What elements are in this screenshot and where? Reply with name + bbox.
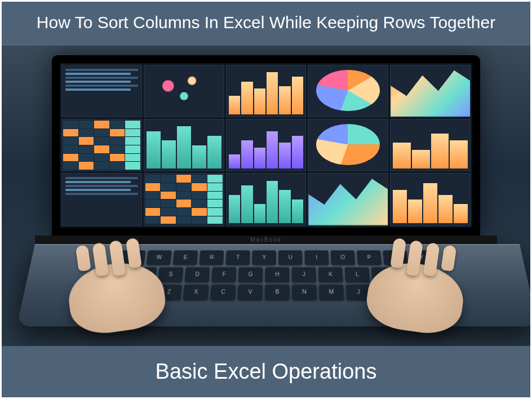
chart-panel <box>308 173 388 225</box>
tutorial-card: How To Sort Columns In Excel While Keepi… <box>0 0 532 399</box>
keyboard-key: W <box>147 250 172 264</box>
laptop-illustration: MacBook QWERTYUIOPWYASDFGHJKLWYZXCVBNMJW <box>35 55 497 326</box>
chart-panel <box>308 119 388 171</box>
keyboard-key: J <box>292 267 317 282</box>
page-title: How To Sort Columns In Excel While Keepi… <box>37 13 495 32</box>
keyboard-key: H <box>265 267 289 282</box>
title-banner: How To Sort Columns In Excel While Keepi… <box>0 0 532 46</box>
keyboard-key: D <box>184 267 210 282</box>
keyboard-key: F <box>211 267 236 282</box>
keyboard-key: R <box>199 250 224 264</box>
chart-panel <box>390 173 471 225</box>
keyboard-key: S <box>158 267 184 282</box>
keyboard-key: U <box>278 250 303 264</box>
keyboard-key: L <box>344 267 370 282</box>
chart-panel <box>226 173 307 225</box>
keyboard-key: N <box>292 284 317 300</box>
keyboard-key: Y <box>252 250 276 264</box>
keyboard-key: P <box>357 250 382 264</box>
laptop-screen-bezel <box>52 55 480 236</box>
keyboard-key: K <box>318 267 343 282</box>
chart-panel <box>226 119 307 171</box>
keyboard-key: I <box>304 250 329 264</box>
subtitle-banner: Basic Excel Operations <box>0 346 532 399</box>
chart-panel <box>144 65 224 117</box>
chart-panel <box>308 65 388 117</box>
laptop-brand-label: MacBook <box>35 236 497 244</box>
chart-panel <box>61 119 142 171</box>
chart-panel <box>226 65 307 117</box>
chart-panel <box>61 65 142 117</box>
chart-panel <box>144 119 224 171</box>
keyboard-key: X <box>183 284 209 300</box>
keyboard-key: M <box>319 284 344 300</box>
keyboard-key: E <box>173 250 198 264</box>
page-subtitle: Basic Excel Operations <box>156 360 377 383</box>
chart-panel <box>390 65 471 117</box>
chart-panel <box>390 119 471 171</box>
keyboard-key: T <box>225 250 250 264</box>
keyboard-key: G <box>238 267 263 282</box>
keyboard-key: O <box>331 250 356 264</box>
keyboard-key: B <box>265 284 290 300</box>
hero-image: MacBook QWERTYUIOPWYASDFGHJKLWYZXCVBNMJW <box>0 46 532 346</box>
keyboard-key: C <box>210 284 236 300</box>
chart-panel <box>144 173 224 225</box>
keyboard-key: V <box>238 284 263 300</box>
chart-panel <box>61 173 142 225</box>
laptop-screen <box>60 63 472 228</box>
